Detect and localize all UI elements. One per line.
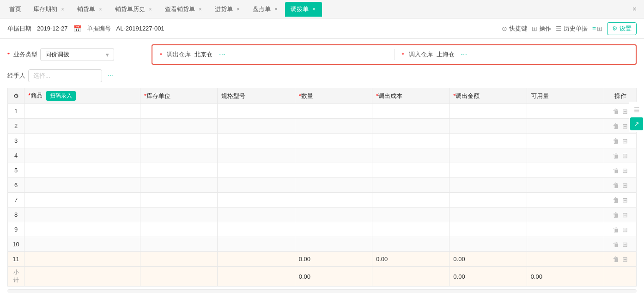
tab-sales-order-close[interactable]: ×: [98, 6, 103, 12]
tab-inventory-init-close[interactable]: ×: [60, 6, 65, 12]
copy-icon[interactable]: ⊞: [621, 225, 629, 234]
cost-cell[interactable]: [372, 134, 449, 148]
qty-cell[interactable]: [295, 222, 372, 237]
sidebar-export-icon[interactable]: ↗: [630, 117, 643, 130]
tab-inventory-check-close[interactable]: ×: [273, 6, 279, 12]
amount-cell[interactable]: [450, 119, 527, 134]
unit-cell[interactable]: [140, 119, 218, 134]
tab-inventory-init[interactable]: 库存期初 ×: [28, 2, 71, 17]
qty-cell[interactable]: [295, 193, 372, 208]
goods-cell[interactable]: [24, 222, 140, 237]
amount-cell[interactable]: [450, 208, 527, 222]
spec-cell[interactable]: [218, 163, 295, 178]
in-warehouse-dots[interactable]: ···: [461, 50, 467, 59]
goods-cell[interactable]: [24, 104, 140, 119]
delete-icon[interactable]: 🗑: [612, 151, 620, 160]
tab-sales-history-close[interactable]: ×: [148, 6, 153, 12]
cost-cell[interactable]: [372, 178, 449, 193]
delete-icon[interactable]: 🗑: [612, 122, 620, 131]
delete-icon[interactable]: 🗑: [612, 166, 620, 175]
qty-cell[interactable]: [295, 208, 372, 222]
unit-cell[interactable]: [140, 178, 218, 193]
tab-sales-order[interactable]: 销货单 ×: [72, 2, 109, 17]
delete-icon[interactable]: 🗑: [612, 136, 620, 146]
layout-grid-icon[interactable]: ⊞: [597, 25, 602, 32]
handler-dots[interactable]: ···: [108, 72, 114, 80]
unit-cell[interactable]: [140, 237, 218, 252]
qty-cell[interactable]: [295, 178, 372, 193]
spec-cell[interactable]: [218, 119, 295, 134]
shortcut-action[interactable]: ⊙ 快捷键: [502, 24, 527, 33]
cost-cell[interactable]: [372, 104, 449, 119]
unit-cell[interactable]: [140, 193, 218, 208]
operations-action[interactable]: ⊞ 操作: [532, 24, 551, 33]
amount-cell[interactable]: [450, 134, 527, 148]
out-warehouse-dots[interactable]: ···: [219, 50, 225, 59]
unit-cell[interactable]: [140, 208, 218, 222]
cost-cell[interactable]: [372, 237, 449, 252]
settings-button[interactable]: ⚙ 设置: [607, 22, 637, 35]
copy-icon[interactable]: ⊞: [621, 122, 629, 131]
delete-icon[interactable]: 🗑: [612, 240, 620, 249]
delete-icon[interactable]: 🗑: [612, 225, 620, 234]
qty-cell[interactable]: [295, 237, 372, 252]
delete-icon[interactable]: 🗑: [612, 210, 620, 220]
spec-cell[interactable]: [218, 178, 295, 193]
amount-cell[interactable]: [450, 237, 527, 252]
amount-cell[interactable]: [450, 222, 527, 237]
tab-inventory-check[interactable]: 盘点单 ×: [247, 2, 284, 17]
delete-icon[interactable]: 🗑: [612, 195, 620, 205]
copy-icon[interactable]: ⊞: [621, 181, 629, 190]
goods-cell[interactable]: [24, 163, 140, 178]
goods-cell[interactable]: [24, 178, 140, 193]
tab-transfer[interactable]: 调拨单 ×: [285, 2, 322, 17]
window-close-button[interactable]: ×: [629, 3, 640, 15]
copy-icon[interactable]: ⊞: [621, 240, 629, 249]
copy-icon[interactable]: ⊞: [621, 255, 629, 264]
qty-cell[interactable]: [295, 104, 372, 119]
tab-transfer-close[interactable]: ×: [311, 6, 316, 12]
spec-cell[interactable]: [218, 237, 295, 252]
spec-cell[interactable]: [218, 222, 295, 237]
calendar-icon[interactable]: 📅: [73, 25, 81, 32]
copy-icon[interactable]: ⊞: [621, 166, 629, 175]
spec-cell[interactable]: [218, 134, 295, 148]
tab-sales-history[interactable]: 销货单历史 ×: [109, 2, 158, 17]
goods-cell[interactable]: [24, 119, 140, 134]
copy-icon[interactable]: ⊞: [621, 151, 629, 160]
goods-cell[interactable]: [24, 193, 140, 208]
qty-cell[interactable]: [295, 148, 372, 163]
delete-icon[interactable]: 🗑: [612, 107, 620, 116]
goods-cell[interactable]: [24, 148, 140, 163]
tab-purchase-close[interactable]: ×: [236, 6, 241, 12]
unit-cell[interactable]: [140, 148, 218, 163]
unit-cell[interactable]: [140, 104, 218, 119]
cost-cell[interactable]: [372, 193, 449, 208]
handler-select[interactable]: 选择...: [28, 69, 102, 82]
tab-home[interactable]: 首页: [4, 2, 27, 17]
copy-icon[interactable]: ⊞: [621, 107, 629, 116]
tab-purchase[interactable]: 进货单 ×: [209, 2, 246, 17]
spec-cell[interactable]: [218, 208, 295, 222]
cost-cell[interactable]: [372, 208, 449, 222]
amount-cell[interactable]: [450, 148, 527, 163]
col-settings-header[interactable]: ⚙: [8, 88, 24, 104]
delete-icon[interactable]: 🗑: [612, 255, 620, 264]
copy-icon[interactable]: ⊞: [621, 210, 629, 220]
cost-cell[interactable]: [372, 119, 449, 134]
goods-cell[interactable]: [24, 208, 140, 222]
qty-cell[interactable]: [295, 134, 372, 148]
tab-view-sales[interactable]: 查看销货单 ×: [159, 2, 208, 17]
amount-cell[interactable]: [450, 163, 527, 178]
tab-view-sales-close[interactable]: ×: [198, 6, 203, 12]
amount-cell[interactable]: [450, 193, 527, 208]
cost-cell[interactable]: [372, 163, 449, 178]
cost-cell[interactable]: [372, 148, 449, 163]
copy-icon[interactable]: ⊞: [621, 136, 629, 146]
unit-cell[interactable]: [140, 163, 218, 178]
spec-cell[interactable]: [218, 148, 295, 163]
history-action[interactable]: ☰ 历史单据: [556, 24, 588, 33]
spec-cell[interactable]: [218, 104, 295, 119]
goods-cell[interactable]: [24, 134, 140, 148]
qty-cell[interactable]: [295, 163, 372, 178]
